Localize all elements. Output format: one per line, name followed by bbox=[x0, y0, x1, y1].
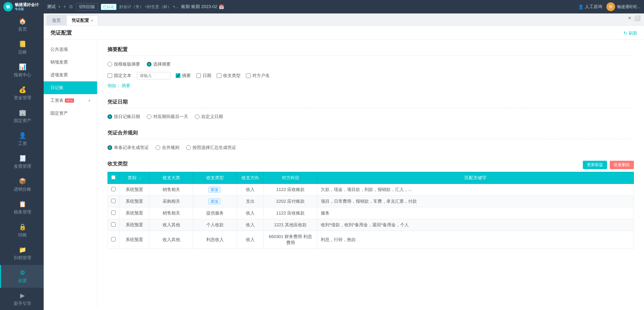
left-nav-salary[interactable]: 工资表 NEW ▾ bbox=[44, 94, 97, 107]
cell-checkbox-0[interactable] bbox=[108, 184, 119, 196]
checkbox-fixed-text-input[interactable] bbox=[108, 73, 112, 78]
left-nav-sales[interactable]: 销项发票 bbox=[44, 56, 97, 69]
sidebar-item-ledger[interactable]: 📒 总账 bbox=[0, 36, 44, 59]
cell-checkbox-1[interactable] bbox=[108, 196, 119, 207]
radio-single[interactable]: 单条记录生成凭证 bbox=[108, 145, 149, 151]
radio-template[interactable]: 按模板版摘要 bbox=[108, 61, 140, 67]
new-badge: NEW bbox=[65, 99, 74, 103]
payroll-icon: 👤 bbox=[19, 132, 26, 139]
calendar-icon[interactable]: 📅 bbox=[219, 4, 224, 9]
logo-sub-text: 专业版 bbox=[15, 7, 39, 11]
radio-select-total-input[interactable] bbox=[186, 145, 191, 150]
company-dropdown-icon[interactable]: ▾ bbox=[58, 5, 60, 9]
radio-select-input[interactable] bbox=[147, 62, 152, 67]
sidebar-item-capital[interactable]: 💰 资金管理 bbox=[0, 82, 44, 105]
date-section-title: 凭证日期 bbox=[108, 99, 634, 108]
company-name: 测试 bbox=[47, 4, 56, 10]
tab-close-icon[interactable]: × bbox=[91, 18, 93, 23]
tab-voucher-config[interactable]: 凭证配置 × bbox=[67, 15, 98, 25]
left-nav-fixed-label: 固定资产 bbox=[50, 110, 68, 116]
date-section: 凭证日期 按日记账日期 对应期间最后一天 bbox=[108, 99, 634, 120]
sidebar-item-home[interactable]: 🏠 首页 bbox=[0, 13, 44, 36]
checkbox-summary-input[interactable] bbox=[176, 73, 180, 78]
period-display: 账期 账期 2023-02 📅 bbox=[181, 4, 224, 10]
service-label: 人工咨询 bbox=[585, 4, 602, 10]
table-row: 系统预置 销售相关 置顶 收入 1122 应收账款 欠款，现金，项目款，到款，报… bbox=[108, 184, 634, 196]
tab-home[interactable]: 首页 bbox=[47, 15, 66, 25]
left-nav-purchase[interactable]: 进项发票 bbox=[44, 69, 97, 81]
user-menu[interactable]: 畅 畅捷通旺旺... bbox=[606, 2, 641, 11]
checkbox-date-input[interactable] bbox=[196, 73, 201, 78]
left-nav-public[interactable]: 公共选项 bbox=[44, 43, 97, 56]
add-icon[interactable]: + bbox=[63, 4, 66, 10]
checkbox-fixed-text[interactable]: 固定文本 bbox=[108, 73, 131, 79]
left-nav-journal[interactable]: 日记账 bbox=[44, 81, 97, 94]
service-btn[interactable]: 👤 人工咨询 bbox=[578, 4, 602, 10]
radio-journal-date-input[interactable] bbox=[108, 114, 112, 119]
capital-icon: 💰 bbox=[19, 86, 26, 93]
update-btn[interactable]: 更新权益 bbox=[583, 161, 607, 169]
cell-checkbox-3[interactable] bbox=[108, 219, 119, 231]
checkbox-summary[interactable]: 摘要 bbox=[176, 73, 191, 79]
window-maximize-btn[interactable]: ⬜ bbox=[634, 15, 641, 21]
row-checkbox-3[interactable] bbox=[111, 222, 116, 227]
sidebar-item-reports[interactable]: 📊 报表中心 bbox=[0, 59, 44, 82]
radio-merge[interactable]: 合并规则 bbox=[156, 145, 179, 151]
cell-type-0: 置顶 bbox=[193, 184, 237, 196]
guide-icon: ▶ bbox=[20, 292, 25, 299]
sidebar-label-ledger: 总账 bbox=[18, 49, 27, 55]
tab-voucher-config-label: 凭证配置 bbox=[72, 17, 89, 24]
radio-template-input[interactable] bbox=[108, 62, 112, 67]
cell-keyword-2: 服务 bbox=[317, 207, 634, 219]
cell-keyword-3: 收到*借款，收到*备用金，退回*备用金，个人 bbox=[317, 219, 634, 231]
checkbox-counterparty[interactable]: 对方户名 bbox=[246, 73, 270, 79]
radio-single-input[interactable] bbox=[108, 145, 112, 150]
radio-merge-input[interactable] bbox=[156, 145, 160, 150]
batch-delete-btn[interactable]: 批量删除 bbox=[610, 161, 634, 169]
settings-icon[interactable]: ⚙ bbox=[69, 4, 73, 9]
sidebar-item-tax[interactable]: 📋 税务管理 bbox=[0, 196, 44, 219]
page-content: 凭证配置 ↻ 刷新 公共选项 销项发票 进项发票 bbox=[44, 26, 644, 310]
type-checkbox-label: 收支类型 bbox=[223, 73, 241, 79]
cell-direction-0: 收入 bbox=[237, 184, 264, 196]
sidebar-item-payroll[interactable]: 👤 工资 bbox=[0, 128, 44, 151]
cell-type-3: 个人收款 bbox=[193, 219, 237, 231]
sidebar-item-archive[interactable]: 📁 归档管理 bbox=[0, 242, 44, 265]
left-nav-fixed[interactable]: 固定资产 bbox=[44, 107, 97, 120]
row-checkbox-4[interactable] bbox=[111, 237, 116, 241]
th-category[interactable]: 类别 ↕ bbox=[119, 172, 149, 184]
checkbox-date[interactable]: 日期 bbox=[196, 73, 211, 79]
radio-period-last-input[interactable] bbox=[147, 114, 152, 119]
checkbox-counterparty-input[interactable] bbox=[246, 73, 251, 78]
sidebar-item-guide[interactable]: ▶ 新手引导 bbox=[0, 288, 44, 310]
sidebar-item-closing[interactable]: 🔒 结账 bbox=[0, 219, 44, 242]
radio-custom-date[interactable]: 自定义日期 bbox=[195, 114, 223, 120]
row-checkbox-1[interactable] bbox=[111, 199, 116, 203]
radio-select[interactable]: 选择摘要 bbox=[147, 61, 171, 67]
main-layout: 🏠 首页 📒 总账 📊 报表中心 💰 资金管理 🏢 固定资产 👤 工资 🧾 发票… bbox=[0, 13, 644, 310]
checkbox-type-input[interactable] bbox=[217, 73, 221, 78]
cell-checkbox-4[interactable] bbox=[108, 231, 119, 249]
radio-select-total[interactable]: 按照选择汇总生成凭证 bbox=[186, 145, 236, 151]
switch-version-btn[interactable]: 切到旧版 bbox=[76, 3, 98, 11]
sidebar-item-purchase[interactable]: 📦 进销台账 bbox=[0, 173, 44, 196]
radio-period-last[interactable]: 对应期间最后一天 bbox=[147, 114, 188, 120]
window-close-btn[interactable]: × bbox=[628, 15, 631, 21]
closing-icon: 🔒 bbox=[19, 223, 26, 231]
row-checkbox-2[interactable] bbox=[111, 210, 116, 215]
refresh-btn[interactable]: ↻ 刷新 bbox=[624, 30, 637, 36]
radio-journal-date-label: 按日记账日期 bbox=[114, 114, 140, 120]
radio-custom-date-input[interactable] bbox=[195, 114, 200, 119]
sidebar-item-invoice[interactable]: 🧾 发票管理 bbox=[0, 151, 44, 173]
th-account: 对方科目 bbox=[264, 172, 317, 184]
radio-journal-date[interactable]: 按日记账日期 bbox=[108, 114, 140, 120]
sidebar-item-assets[interactable]: 🏢 固定资产 bbox=[0, 105, 44, 128]
sidebar-item-settings[interactable]: ⚙ 设置 bbox=[0, 265, 44, 288]
type-tag-1: 置顶 bbox=[208, 198, 220, 204]
fixed-text-input[interactable] bbox=[137, 72, 170, 79]
checkbox-type[interactable]: 收支类型 bbox=[217, 73, 241, 79]
sidebar-label-home: 首页 bbox=[18, 26, 27, 32]
select-all-checkbox[interactable] bbox=[111, 175, 116, 180]
row-checkbox-0[interactable] bbox=[111, 187, 116, 191]
cell-checkbox-2[interactable] bbox=[108, 207, 119, 219]
